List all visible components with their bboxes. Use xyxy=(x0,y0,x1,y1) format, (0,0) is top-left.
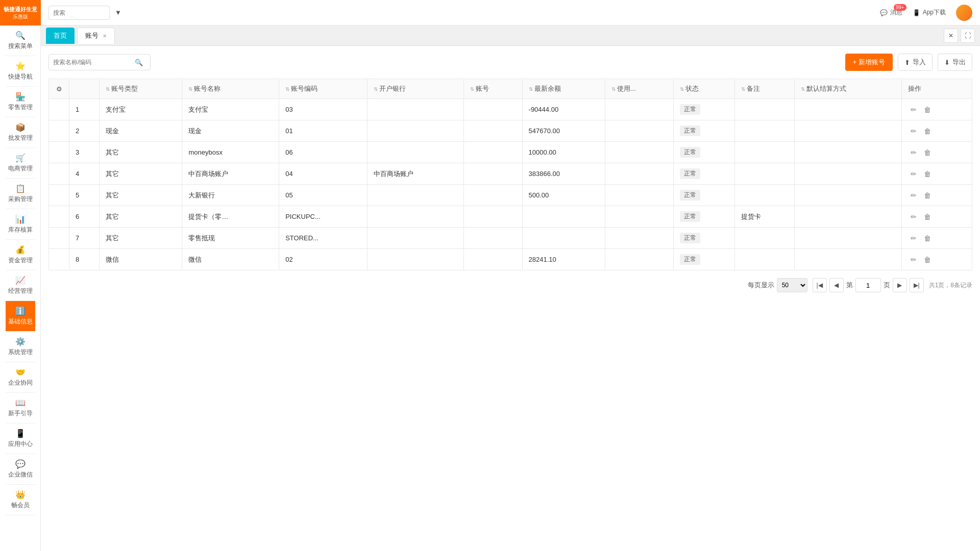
cell-settings-5 xyxy=(49,206,69,228)
tab-close-btn[interactable]: ✕ xyxy=(944,29,958,43)
cell-type-6: 其它 xyxy=(100,228,182,249)
page-first-btn[interactable]: |◀ xyxy=(813,278,827,292)
message-button[interactable]: 💬 消息 99+ xyxy=(880,8,902,17)
cell-usage-0 xyxy=(605,99,673,120)
app-logo: 畅捷通好生意 乐惠版 xyxy=(0,0,41,26)
delete-btn-2[interactable]: 🗑 xyxy=(921,147,934,158)
delete-btn-4[interactable]: 🗑 xyxy=(921,190,934,201)
page-number-input[interactable] xyxy=(855,278,881,292)
search-icon: 🔍 xyxy=(135,59,143,66)
cell-remark-6 xyxy=(734,228,795,249)
edit-btn-7[interactable]: ✏ xyxy=(908,255,919,265)
cell-code-5: PICKUPC... xyxy=(279,206,367,228)
cell-action-3: ✏ 🗑 xyxy=(902,163,972,185)
col-bank[interactable]: ⇅开户银行 xyxy=(367,79,464,99)
edit-btn-1[interactable]: ✏ xyxy=(908,126,919,136)
export-button[interactable]: ⬇ 导出 xyxy=(938,54,972,71)
cell-remark-2 xyxy=(734,142,795,163)
col-type[interactable]: ⇅账号类型 xyxy=(100,79,182,99)
sidebar-item-enterprise-agreement[interactable]: 🤝 企业协同 xyxy=(6,362,35,393)
col-account[interactable]: ⇅账号 xyxy=(464,79,522,99)
edit-btn-3[interactable]: ✏ xyxy=(908,169,919,179)
search-input[interactable] xyxy=(53,59,135,66)
main-content: ▼ 💬 消息 99+ 📱 App下载 首页 账号 ✕ ✕ ⛶ xyxy=(41,0,980,551)
col-settings[interactable]: ⚙ xyxy=(49,79,69,99)
page-label: 第 xyxy=(846,281,853,290)
cell-name-0: 支付宝 xyxy=(182,99,279,120)
status-badge-7: 正常 xyxy=(680,254,700,265)
user-avatar[interactable] xyxy=(956,5,972,21)
page-last-btn[interactable]: ▶| xyxy=(910,278,924,292)
col-code[interactable]: ⇅账号编码 xyxy=(279,79,367,99)
cell-usage-3 xyxy=(605,163,673,185)
cell-status-0: 正常 xyxy=(673,99,734,120)
col-status[interactable]: ⇅状态 xyxy=(673,79,734,99)
cell-no-1: 2 xyxy=(69,120,100,142)
sidebar-item-app-center[interactable]: 📱 应用中心 xyxy=(6,423,35,454)
cell-remark-1 xyxy=(734,120,795,142)
operation-mgmt-icon: 📈 xyxy=(15,276,26,285)
cell-remark-0 xyxy=(734,99,795,120)
per-page-label: 每页显示 xyxy=(748,281,774,290)
edit-btn-0[interactable]: ✏ xyxy=(908,105,919,115)
sidebar-item-fund-mgmt[interactable]: 💰 资金管理 xyxy=(6,240,35,270)
sidebar-item-quick-nav[interactable]: ⭐ 快捷导航 xyxy=(6,56,35,87)
page-size-select[interactable]: 50 100 200 xyxy=(777,278,807,292)
system-mgmt-label: 系统管理 xyxy=(8,348,33,357)
sidebar-item-vip-member[interactable]: 👑 畅会员 xyxy=(6,485,35,515)
status-badge-1: 正常 xyxy=(680,126,700,136)
cell-code-1: 01 xyxy=(279,120,367,142)
tab-account-close[interactable]: ✕ xyxy=(103,33,107,39)
sidebar-item-operation-mgmt[interactable]: 📈 经营管理 xyxy=(6,270,35,301)
sidebar-item-retail-mgmt[interactable]: 🏪 零售管理 xyxy=(6,87,35,117)
cell-action-6: ✏ 🗑 xyxy=(902,228,972,249)
cell-action-2: ✏ 🗑 xyxy=(902,142,972,163)
delete-btn-6[interactable]: 🗑 xyxy=(921,233,934,243)
col-name[interactable]: ⇅账号名称 xyxy=(182,79,279,99)
cell-remark-3 xyxy=(734,163,795,185)
delete-btn-1[interactable]: 🗑 xyxy=(921,126,934,136)
tab-expand-btn[interactable]: ⛶ xyxy=(961,29,975,43)
sidebar-item-ecommerce-mgmt[interactable]: 🛒 电商管理 xyxy=(6,148,35,179)
edit-btn-5[interactable]: ✏ xyxy=(908,212,919,222)
tab-home[interactable]: 首页 xyxy=(46,28,75,44)
sidebar-item-new-guide[interactable]: 📖 新手引导 xyxy=(6,393,35,423)
search-box[interactable]: 🔍 xyxy=(48,54,151,70)
col-remark[interactable]: ⇅备注 xyxy=(734,79,795,99)
cell-status-7: 正常 xyxy=(673,249,734,270)
sidebar-item-enterprise-wechat[interactable]: 💬 企业微信 xyxy=(6,454,35,485)
header-dropdown[interactable]: ▼ xyxy=(115,9,121,16)
col-balance[interactable]: ⇅最新余额 xyxy=(522,79,605,99)
sidebar-item-search-menu[interactable]: 🔍 搜索菜单 xyxy=(6,26,35,56)
edit-btn-6[interactable]: ✏ xyxy=(908,233,919,243)
col-settlement[interactable]: ⇅默认结算方式 xyxy=(795,79,902,99)
enterprise-agreement-label: 企业协同 xyxy=(8,379,33,387)
sidebar-item-basic-info[interactable]: ℹ️ 基础信息 xyxy=(6,301,35,332)
ecommerce-mgmt-label: 电商管理 xyxy=(8,164,33,173)
tab-account[interactable]: 账号 ✕ xyxy=(77,28,115,44)
sidebar-item-wholesale-mgmt[interactable]: 📦 批发管理 xyxy=(6,117,35,148)
add-account-button[interactable]: + 新增账号 xyxy=(845,54,893,71)
delete-btn-0[interactable]: 🗑 xyxy=(921,105,934,115)
col-usage[interactable]: ⇅使用... xyxy=(605,79,673,99)
page-suffix: 页 xyxy=(884,281,890,290)
delete-btn-3[interactable]: 🗑 xyxy=(921,169,934,179)
sidebar-item-inventory-check[interactable]: 📊 库存核算 xyxy=(6,209,35,240)
edit-btn-2[interactable]: ✏ xyxy=(908,147,919,158)
cell-no-2: 3 xyxy=(69,142,100,163)
page-content: 🔍 + 新增账号 ⬆ 导入 ⬇ 导出 ⚙ xyxy=(41,46,980,551)
import-button[interactable]: ⬆ 导入 xyxy=(898,54,933,71)
cell-settings-6 xyxy=(49,228,69,249)
table-header: ⚙ ⇅账号类型 ⇅账号名称 ⇅账号编码 ⇅开户银行 ⇅账号 ⇅最新余额 ⇅使用.… xyxy=(49,79,972,99)
app-download-button[interactable]: 📱 App下载 xyxy=(913,8,946,17)
page-prev-btn[interactable]: ◀ xyxy=(829,278,844,292)
page-next-btn[interactable]: ▶ xyxy=(893,278,907,292)
header-search-input[interactable] xyxy=(48,6,110,20)
sidebar-item-system-mgmt[interactable]: ⚙️ 系统管理 xyxy=(6,332,35,362)
accounts-table: ⚙ ⇅账号类型 ⇅账号名称 ⇅账号编码 ⇅开户银行 ⇅账号 ⇅最新余额 ⇅使用.… xyxy=(48,79,972,270)
delete-btn-7[interactable]: 🗑 xyxy=(921,255,934,265)
edit-btn-4[interactable]: ✏ xyxy=(908,190,919,201)
sidebar-item-purchase-mgmt[interactable]: 📋 采购管理 xyxy=(6,179,35,209)
header-right: 💬 消息 99+ 📱 App下载 xyxy=(880,5,972,21)
delete-btn-5[interactable]: 🗑 xyxy=(921,212,934,222)
